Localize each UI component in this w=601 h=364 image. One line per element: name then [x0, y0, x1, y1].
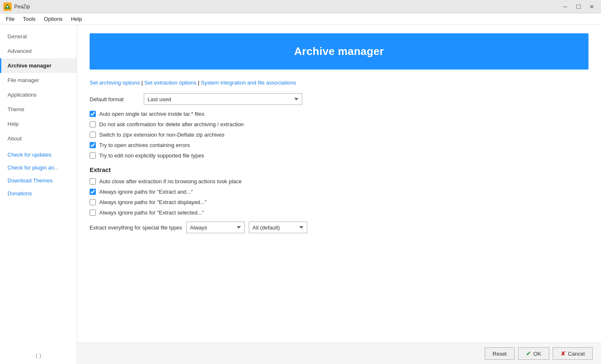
link-system-integration[interactable]: System integration and file associations [201, 80, 296, 86]
sidebar-link-check-updates[interactable]: Check for updates [0, 148, 77, 161]
cb-ignore-paths-displayed[interactable] [90, 199, 96, 205]
sidebar-item-general[interactable]: General [0, 29, 77, 44]
maximize-button[interactable]: ☐ [573, 2, 584, 11]
cancel-label: Cancel [568, 351, 585, 357]
default-format-row: Default format Last used ZIP 7Z TAR GZ B… [90, 93, 588, 105]
menu-file[interactable]: File [2, 14, 19, 24]
cb-try-edit-unsupported[interactable] [90, 152, 96, 159]
cb-try-open-errors[interactable] [90, 142, 96, 148]
sidebar-item-archive-manager[interactable]: Archive manager [0, 58, 77, 73]
checkbox-try-open-errors: Try to open archives containing errors [90, 142, 588, 148]
sep2: | [198, 80, 201, 86]
sidebar-link-download-themes[interactable]: Download Themes [0, 174, 77, 187]
cb-switch-zipx[interactable] [90, 132, 96, 138]
extract-special-label: Extract everything for special file type… [90, 224, 182, 231]
sidebar-item-about[interactable]: About [0, 131, 77, 146]
cb-ignore-paths-selected-label: Always ignore paths for "Extract selecte… [99, 209, 204, 216]
cb-auto-open-tar-label: Auto open single tar archive inside tar.… [99, 111, 204, 117]
checkbox-ignore-paths-and: Always ignore paths for "Extract and..." [90, 189, 588, 195]
ok-button[interactable]: ✔ OK [518, 347, 549, 360]
app-body: General Advanced Archive manager File ma… [0, 25, 601, 364]
checkbox-ignore-paths-displayed: Always ignore paths for "Extract display… [90, 199, 588, 205]
cb-ignore-paths-and-label: Always ignore paths for "Extract and..." [99, 189, 193, 195]
links-row: Set archiving options | Set extraction o… [90, 80, 588, 86]
sidebar-item-file-manager[interactable]: File manager [0, 73, 77, 87]
sidebar: General Advanced Archive manager File ma… [0, 25, 77, 364]
cb-ignore-paths-and[interactable] [90, 189, 96, 195]
cb-ignore-paths-displayed-label: Always ignore paths for "Extract display… [99, 199, 207, 205]
menu-options[interactable]: Options [40, 14, 67, 24]
reset-button[interactable]: Reset [485, 347, 515, 360]
footer-bar: Reset ✔ OK ✘ Cancel [77, 343, 601, 364]
cb-auto-close-label: Auto close after extraction if no browsi… [99, 178, 242, 184]
app-content-wrapper: Archive manager Set archiving options | … [77, 25, 601, 364]
close-button[interactable]: ✕ [586, 2, 598, 11]
sidebar-item-applications[interactable]: Applications [0, 87, 77, 102]
default-format-label: Default format [90, 96, 140, 102]
cb-ignore-paths-selected[interactable] [90, 209, 96, 216]
sidebar-bottom: ⟨ ⟩ [0, 347, 77, 364]
extract-special-type-select[interactable]: All (default) Images Documents Archives [249, 222, 307, 233]
cb-try-edit-unsupported-label: Try to edit non explicitly supported fil… [99, 152, 204, 159]
sidebar-item-advanced[interactable]: Advanced [0, 44, 77, 58]
main-content: Archive manager Set archiving options | … [77, 25, 601, 364]
cb-no-confirm-delete[interactable] [90, 121, 96, 127]
checkbox-try-edit-unsupported: Try to edit non explicitly supported fil… [90, 152, 588, 159]
checkbox-auto-close: Auto close after extraction if no browsi… [90, 178, 588, 184]
titlebar: PeaZip ─ ☐ ✕ [0, 0, 601, 13]
checkbox-auto-open-tar: Auto open single tar archive inside tar.… [90, 111, 588, 117]
cb-auto-open-tar[interactable] [90, 111, 96, 117]
checkbox-switch-zipx: Switch to zipx extension for non-Deflate… [90, 132, 588, 138]
svg-point-2 [7, 6, 8, 7]
archive-manager-banner: Archive manager [90, 33, 588, 70]
extract-special-row: Extract everything for special file type… [90, 222, 588, 233]
collapse-button[interactable]: ⟨ ⟩ [32, 351, 45, 361]
window-title: PeaZip [14, 4, 559, 10]
link-archiving[interactable]: Set archiving options [90, 80, 140, 86]
sidebar-link-check-plugin[interactable]: Check for plugin an... [0, 161, 77, 174]
ok-label: OK [533, 351, 541, 357]
sidebar-link-donations[interactable]: Donations [0, 187, 77, 200]
menubar: File Tools Options Help [0, 13, 601, 25]
extract-special-select[interactable]: Always Never Ask [186, 222, 245, 233]
cb-try-open-errors-label: Try to open archives containing errors [99, 142, 190, 148]
cb-auto-close[interactable] [90, 178, 96, 184]
default-format-select[interactable]: Last used ZIP 7Z TAR GZ BZ2 [144, 93, 302, 105]
ok-check-icon: ✔ [526, 350, 531, 357]
window-controls: ─ ☐ ✕ [559, 2, 598, 11]
menu-tools[interactable]: Tools [19, 14, 40, 24]
link-extraction[interactable]: Set extraction options [144, 80, 196, 86]
checkbox-no-confirm-delete: Do not ask confirmation for delete after… [90, 121, 588, 127]
sidebar-item-theme[interactable]: Theme [0, 102, 77, 117]
extract-section-heading: Extract [90, 166, 588, 173]
cancel-x-icon: ✘ [561, 350, 566, 357]
menu-help[interactable]: Help [67, 14, 86, 24]
cb-switch-zipx-label: Switch to zipx extension for non-Deflate… [99, 132, 225, 138]
cancel-button[interactable]: ✘ Cancel [553, 347, 593, 360]
checkbox-ignore-paths-selected: Always ignore paths for "Extract selecte… [90, 209, 588, 216]
minimize-button[interactable]: ─ [559, 2, 571, 11]
sidebar-item-help[interactable]: Help [0, 117, 77, 131]
cb-no-confirm-delete-label: Do not ask confirmation for delete after… [99, 121, 244, 127]
app-logo [3, 2, 12, 11]
